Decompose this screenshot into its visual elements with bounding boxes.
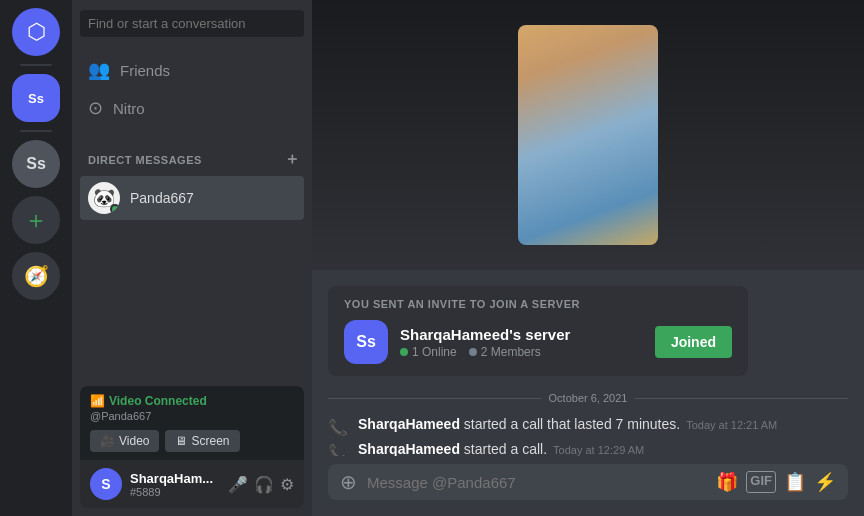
user-avatar-label: Ss bbox=[28, 91, 44, 106]
invite-server-name: SharqaHameed's server bbox=[400, 326, 643, 343]
screen-icon: 🖥 bbox=[175, 434, 187, 448]
date-label: October 6, 2021 bbox=[549, 392, 628, 404]
dm-item-panda667[interactable]: 🐼 Panda667 bbox=[80, 176, 304, 220]
deafen-icon[interactable]: 🎧 bbox=[254, 475, 274, 494]
message-row-2: 📞 SharqaHameed started a call.Today at 1… bbox=[328, 441, 848, 456]
dm-list: 🐼 Panda667 bbox=[72, 176, 312, 220]
panda667-name: Panda667 bbox=[130, 190, 194, 206]
dm-sidebar: 👥 Friends ⊙ Nitro DIRECT MESSAGES ＋ 🐼 Pa… bbox=[72, 0, 312, 516]
voice-actions: 🎥 Video 🖥 Screen bbox=[90, 430, 294, 452]
message-text-1: SharqaHameed started a call that lasted … bbox=[358, 416, 777, 432]
discord-logo-icon: ⬡ bbox=[27, 19, 46, 45]
timestamp-2: Today at 12:29 AM bbox=[553, 444, 644, 456]
emoji-icon[interactable]: ⚡ bbox=[814, 471, 836, 493]
profile-image-inner bbox=[518, 25, 658, 245]
input-add-button[interactable]: ⊕ bbox=[340, 470, 357, 494]
nav-items: 👥 Friends ⊙ Nitro bbox=[72, 47, 312, 131]
invite-card: YOU SENT AN INVITE TO JOIN A SERVER Ss S… bbox=[328, 286, 748, 376]
section-title: DIRECT MESSAGES bbox=[88, 154, 202, 166]
friends-label: Friends bbox=[120, 62, 170, 79]
invite-body: Ss SharqaHameed's server 1 Online 2 Memb… bbox=[344, 320, 732, 364]
invite-info: SharqaHameed's server 1 Online 2 Members bbox=[400, 326, 643, 359]
profile-image bbox=[518, 25, 658, 245]
profile-area bbox=[312, 0, 864, 270]
input-actions: 🎁 GIF 📋 ⚡ bbox=[716, 471, 836, 493]
server-divider bbox=[20, 64, 52, 66]
server-sidebar: ⬡ Ss Ss ＋ 🧭 bbox=[0, 0, 72, 516]
friends-icon: 👥 bbox=[88, 59, 110, 81]
explore-servers-button[interactable]: 🧭 bbox=[12, 252, 60, 300]
server-divider-2 bbox=[20, 130, 52, 132]
search-bar[interactable] bbox=[72, 0, 312, 47]
date-line-left bbox=[328, 398, 541, 399]
invite-server-icon: Ss bbox=[344, 320, 388, 364]
call-icon-2: 📞 bbox=[328, 443, 348, 456]
date-line-right bbox=[635, 398, 848, 399]
user-initials: S bbox=[101, 476, 110, 492]
user-panel-avatar: S bbox=[90, 468, 122, 500]
mute-icon[interactable]: 🎤 bbox=[228, 475, 248, 494]
signal-icon: 📶 bbox=[90, 394, 105, 408]
user-avatar-server-icon[interactable]: Ss bbox=[12, 74, 60, 122]
gif-icon[interactable]: GIF bbox=[746, 471, 776, 493]
video-button[interactable]: 🎥 Video bbox=[90, 430, 159, 452]
ss-server-label: Ss bbox=[26, 155, 46, 173]
message-content-1: SharqaHameed started a call that lasted … bbox=[358, 416, 848, 432]
nitro-icon: ⊙ bbox=[88, 97, 103, 119]
message-author-2: SharqaHameed bbox=[358, 441, 460, 456]
chat-input-wrapper: ⊕ 🎁 GIF 📋 ⚡ bbox=[328, 464, 848, 500]
direct-messages-section-header: DIRECT MESSAGES ＋ bbox=[72, 131, 312, 176]
user-panel-name: SharqaHam... bbox=[130, 471, 220, 486]
nitro-nav-item[interactable]: ⊙ Nitro bbox=[80, 89, 304, 127]
add-server-icon: ＋ bbox=[24, 204, 48, 236]
gift-icon[interactable]: 🎁 bbox=[716, 471, 738, 493]
invite-meta: 1 Online 2 Members bbox=[400, 345, 643, 359]
voice-connected-panel: 📶 Video Connected @Panda667 🎥 Video 🖥 Sc… bbox=[80, 386, 304, 460]
chat-area: YOU SENT AN INVITE TO JOIN A SERVER Ss S… bbox=[312, 270, 864, 456]
members-info: 2 Members bbox=[469, 345, 541, 359]
call-icon-1: 📞 bbox=[328, 418, 348, 437]
timestamp-1: Today at 12:21 AM bbox=[686, 419, 777, 431]
discord-home-button[interactable]: ⬡ bbox=[12, 8, 60, 56]
invite-label: YOU SENT AN INVITE TO JOIN A SERVER bbox=[344, 298, 732, 310]
explore-icon: 🧭 bbox=[24, 264, 49, 288]
screen-button[interactable]: 🖥 Screen bbox=[165, 430, 239, 452]
friends-nav-item[interactable]: 👥 Friends bbox=[80, 51, 304, 89]
voice-username: @Panda667 bbox=[90, 410, 294, 422]
join-button[interactable]: Joined bbox=[655, 326, 732, 358]
video-icon: 🎥 bbox=[100, 434, 115, 448]
user-panel-tag: #5889 bbox=[130, 486, 220, 498]
message-row-1: 📞 SharqaHameed started a call that laste… bbox=[328, 416, 848, 437]
user-panel-info: SharqaHam... #5889 bbox=[130, 471, 220, 498]
chat-input-area: ⊕ 🎁 GIF 📋 ⚡ bbox=[312, 456, 864, 516]
add-server-button[interactable]: ＋ bbox=[12, 196, 60, 244]
sidebar-bottom: 📶 Video Connected @Panda667 🎥 Video 🖥 Sc… bbox=[72, 378, 312, 516]
app-container: ⬡ Ss Ss ＋ 🧭 👥 Friends ⊙ Nitro bbox=[0, 0, 864, 516]
user-panel-icons: 🎤 🎧 ⚙ bbox=[228, 475, 294, 494]
settings-icon[interactable]: ⚙ bbox=[280, 475, 294, 494]
online-status-dot bbox=[110, 204, 120, 214]
ss-server-icon[interactable]: Ss bbox=[12, 140, 60, 188]
voice-connected-title: 📶 Video Connected bbox=[90, 394, 294, 408]
search-input[interactable] bbox=[80, 10, 304, 37]
main-content: YOU SENT AN INVITE TO JOIN A SERVER Ss S… bbox=[312, 0, 864, 516]
message-content-2: SharqaHameed started a call.Today at 12:… bbox=[358, 441, 848, 456]
sticker-icon[interactable]: 📋 bbox=[784, 471, 806, 493]
message-author-1: SharqaHameed bbox=[358, 416, 460, 432]
add-dm-button[interactable]: ＋ bbox=[280, 147, 305, 172]
chat-input[interactable] bbox=[367, 474, 706, 491]
user-panel: S SharqaHam... #5889 🎤 🎧 ⚙ bbox=[80, 460, 304, 508]
date-divider: October 6, 2021 bbox=[328, 392, 848, 404]
panda667-avatar: 🐼 bbox=[88, 182, 120, 214]
nitro-label: Nitro bbox=[113, 100, 145, 117]
online-dot: 1 Online bbox=[400, 345, 457, 359]
message-text-2: SharqaHameed started a call.Today at 12:… bbox=[358, 441, 644, 456]
